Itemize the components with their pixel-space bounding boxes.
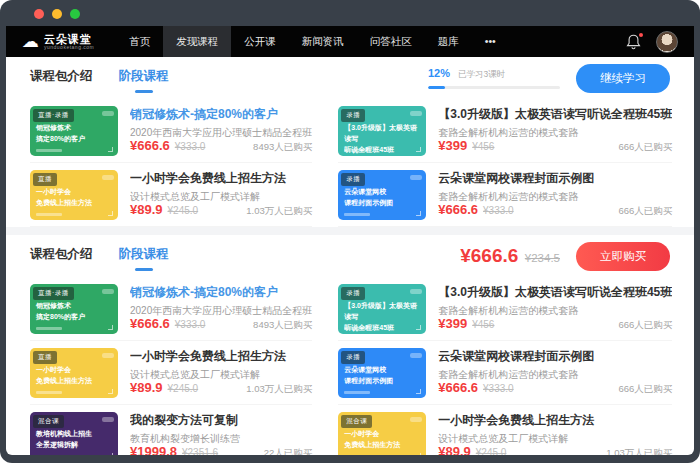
- course-old-price: ¥333.0: [175, 141, 206, 152]
- nav-item-home[interactable]: 首页: [116, 26, 163, 57]
- continue-learning-button[interactable]: 继续学习: [576, 64, 670, 93]
- course-card[interactable]: 混合课 教培机构线上招生 全景逻辑拆解 我的裂变方法可复制 教育机构裂变增长训练…: [30, 405, 312, 455]
- course-card[interactable]: 混合课 一小时学会 免费线上招生方法 一小时学会免费线上招生方法 设计模式总览及…: [338, 405, 672, 455]
- thumbnail-corner-tag: [102, 289, 114, 294]
- course-card[interactable]: 录播 【3.0升级版】太极英语读写 听说全程班45班 【3.0升级版】太极英语读…: [338, 277, 672, 341]
- course-title[interactable]: 一小时学会免费线上招生方法: [130, 348, 312, 363]
- course-buyers-count: 666人已购买: [618, 141, 672, 154]
- course-old-price: ¥333.0: [483, 205, 514, 216]
- course-old-price: ¥456: [472, 319, 494, 330]
- thumbnail-text-line1: 销冠修炼术: [36, 301, 114, 312]
- course-title[interactable]: 销冠修炼术-搞定80%的客户: [130, 284, 312, 299]
- thumbnail-watermark: [344, 391, 370, 394]
- thumbnail-watermark: [344, 149, 370, 152]
- course-title[interactable]: 我的裂变方法可复制: [130, 412, 312, 427]
- nav-item-question-bank[interactable]: 题库: [425, 26, 472, 57]
- minimize-window-button[interactable]: [52, 9, 62, 19]
- course-old-price: ¥333.0: [483, 383, 514, 394]
- zoom-window-button[interactable]: [70, 9, 80, 19]
- course-type-badge: 直播: [33, 351, 57, 364]
- course-title[interactable]: 销冠修炼术-搞定80%的客户: [130, 106, 312, 121]
- package-original-price: ¥234.5: [525, 252, 560, 264]
- course-title[interactable]: 云朵课堂网校课程封面示例图: [438, 348, 672, 363]
- thumbnail-text-line2: 全景逻辑拆解: [36, 440, 114, 451]
- thumbnail-corner-icon: [416, 325, 421, 330]
- user-avatar[interactable]: [656, 31, 678, 53]
- course-list-section-1: 直播·录播 销冠修炼术 搞定80%的客户 销冠修炼术-搞定80%的客户 2020…: [30, 99, 670, 227]
- tab-course-package-intro[interactable]: 课程包介绍: [30, 64, 93, 93]
- course-card[interactable]: 录播 云朵课堂网校 课程封面示例图 云朵课堂网校课程封面示例图 套路全解析机构运…: [338, 341, 672, 405]
- course-title[interactable]: 一小时学会免费线上招生方法: [130, 170, 312, 185]
- course-thumbnail: 录播 云朵课堂网校 课程封面示例图: [338, 348, 426, 398]
- thumbnail-corner-tag: [410, 417, 422, 422]
- course-title[interactable]: 【3.0升级版】太极英语读写听说全程班45班: [438, 284, 672, 299]
- course-type-badge: 录播: [341, 173, 365, 186]
- thumbnail-corner-tag: [102, 353, 114, 358]
- course-title[interactable]: 云朵课堂网校课程封面示例图: [438, 170, 672, 185]
- site-name: 云朵课堂: [44, 33, 94, 45]
- course-subtitle: 套路全解析机构运营的模式套路: [438, 126, 672, 138]
- course-title[interactable]: 【3.0升级版】太极英语读写听说全程班45班: [438, 106, 672, 121]
- top-navbar: ☁ 云朵课堂 yunduoketang.com 首页 发现课程 公开课 新闻资讯…: [6, 26, 694, 57]
- course-subtitle: 设计模式总览及工厂模式详解: [130, 368, 312, 380]
- course-card[interactable]: 录播 云朵课堂网校 课程封面示例图 云朵课堂网校课程封面示例图 套路全解析机构运…: [338, 163, 672, 227]
- course-card[interactable]: 直播·录播 销冠修炼术 搞定80%的客户 销冠修炼术-搞定80%的客户 2020…: [30, 99, 312, 163]
- course-old-price: ¥456: [472, 141, 494, 152]
- thumbnail-text-line1: 一小时学会: [36, 365, 114, 376]
- progress-percent: 12%: [428, 67, 450, 79]
- thumbnail-text-line2: 免费线上招生方法: [36, 376, 114, 387]
- course-subtitle: 2020年西南大学应用心理硕士精品全程班: [130, 304, 312, 316]
- tab-stage-courses-2[interactable]: 阶段课程: [119, 242, 169, 271]
- course-card[interactable]: 直播 一小时学会 免费线上招生方法 一小时学会免费线上招生方法 设计模式总览及工…: [30, 341, 312, 405]
- course-type-badge: 直播: [33, 173, 57, 186]
- course-type-badge: 直播·录播: [33, 109, 74, 122]
- course-price: ¥399: [438, 138, 467, 153]
- course-buyers-count: 1.03万人已购买: [246, 383, 312, 396]
- thumbnail-corner-icon: [416, 211, 421, 216]
- course-subtitle: 2020年西南大学应用心理硕士精品全程班: [130, 126, 312, 138]
- progress-bar-fill: [428, 86, 445, 89]
- course-subtitle: 教育机构裂变增长训练营: [130, 432, 312, 444]
- tab-stage-courses[interactable]: 阶段课程: [119, 64, 169, 93]
- course-type-badge: 直播·录播: [33, 287, 74, 300]
- close-window-button[interactable]: [34, 9, 44, 19]
- thumbnail-corner-tag: [410, 289, 422, 294]
- cloud-icon: ☁: [22, 33, 39, 50]
- thumbnail-text-line1: 教培机构线上招生: [36, 429, 114, 440]
- course-price: ¥666.6: [438, 202, 478, 217]
- thumbnail-corner-icon: [108, 325, 113, 330]
- course-thumbnail: 直播·录播 销冠修炼术 搞定80%的客户: [30, 106, 118, 156]
- site-domain: yunduoketang.com: [44, 45, 94, 51]
- tab-course-package-intro-2[interactable]: 课程包介绍: [30, 242, 93, 271]
- course-subtitle: 套路全解析机构运营的模式套路: [438, 190, 672, 202]
- course-subtitle: 套路全解析机构运营的模式套路: [438, 368, 672, 380]
- nav-item-qa-community[interactable]: 问答社区: [357, 26, 425, 57]
- thumbnail-text-line2: 免费线上招生方法: [344, 440, 422, 451]
- site-logo[interactable]: ☁ 云朵课堂 yunduoketang.com: [22, 33, 94, 51]
- thumbnail-corner-icon: [108, 389, 113, 394]
- course-subtitle: 设计模式总览及工厂模式详解: [130, 190, 312, 202]
- course-card[interactable]: 直播 一小时学会 免费线上招生方法 一小时学会免费线上招生方法 设计模式总览及工…: [30, 163, 312, 227]
- nav-item-open-classes[interactable]: 公开课: [231, 26, 289, 57]
- course-price: ¥666.6: [130, 316, 170, 331]
- course-type-badge: 录播: [341, 287, 365, 300]
- nav-item-discover-courses[interactable]: 发现课程: [163, 26, 231, 57]
- course-card[interactable]: 录播 【3.0升级版】太极英语读写 听说全程班45班 【3.0升级版】太极英语读…: [338, 99, 672, 163]
- course-title[interactable]: 一小时学会免费线上招生方法: [438, 412, 672, 427]
- course-subtitle: 设计模式总览及工厂模式详解: [438, 432, 672, 444]
- thumbnail-text-line1: 销冠修炼术: [36, 123, 114, 134]
- thumbnail-corner-tag: [410, 111, 422, 116]
- notifications-bell-icon[interactable]: [626, 33, 641, 50]
- thumbnail-corner-icon: [416, 453, 421, 455]
- buy-now-button[interactable]: 立即购买: [576, 242, 670, 271]
- thumbnail-text-line2: 免费线上招生方法: [36, 198, 114, 209]
- thumbnail-watermark: [36, 327, 62, 330]
- thumbnail-watermark: [36, 391, 62, 394]
- nav-item-news[interactable]: 新闻资讯: [289, 26, 357, 57]
- thumbnail-corner-tag: [102, 111, 114, 116]
- thumbnail-text-line1: 云朵课堂网校: [344, 187, 422, 198]
- course-card[interactable]: 直播·录播 销冠修炼术 搞定80%的客户 销冠修炼术-搞定80%的客户 2020…: [30, 277, 312, 341]
- nav-item-more[interactable]: •••: [472, 26, 509, 57]
- thumbnail-text-line1: 一小时学会: [36, 187, 114, 198]
- course-type-badge: 混合课: [33, 415, 64, 428]
